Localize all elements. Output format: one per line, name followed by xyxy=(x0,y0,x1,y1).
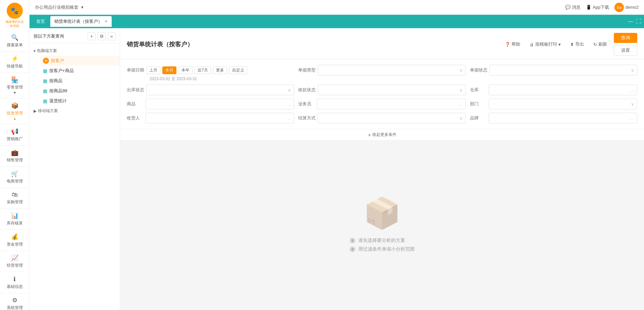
left-panel-header: 按以下方案查询 + ⚙ « xyxy=(30,28,120,43)
receipt-status-filter-cell: 收款状态 ∨ xyxy=(298,85,466,95)
date-custom[interactable]: 自定义 xyxy=(229,66,247,74)
settings-scheme-button[interactable]: ⚙ xyxy=(98,32,106,40)
scheme-by-customer[interactable]: 按 按客户 xyxy=(40,56,120,66)
settings-button[interactable]: 设置 xyxy=(614,45,637,56)
sidebar-item-sales[interactable]: 💼 销售管理 xyxy=(0,146,29,167)
query-buttons: 查询 设置 xyxy=(614,33,637,56)
scheme-grid-icon: ▦ xyxy=(43,68,47,73)
sidebar-item-search-menu[interactable]: 🔍 搜索菜单 xyxy=(0,31,29,52)
date-this-month[interactable]: 本月 xyxy=(162,66,176,74)
collapse-bar[interactable]: ∧ 收起更多条件 xyxy=(120,129,644,141)
sidebar-item-sales-label: 销售管理 xyxy=(7,157,23,163)
sidebar-item-wholesale-label: 批发管理 xyxy=(7,110,23,116)
date-last-month[interactable]: 上月 xyxy=(146,66,160,74)
scheme-by-goods[interactable]: ▦ 按商品 xyxy=(40,76,120,86)
date-filter-cell: 单据日期 上月 本月 本年 近7天 更多 自定义 xyxy=(127,66,294,74)
query-button[interactable]: 查询 xyxy=(614,33,637,43)
app-download-button[interactable]: 📱 App下载 xyxy=(586,4,609,10)
date-label: 单据日期 xyxy=(127,67,144,73)
logo[interactable]: 🐾 畅捷通好生意标准版 xyxy=(4,0,25,31)
scheme-return-stats[interactable]: ▦ 退货统计 xyxy=(40,96,120,106)
topbar: 办公用品行业模拟账套 ▾ 💬 消息 📱 App下载 Ea demo2 xyxy=(30,0,644,15)
sidebar-item-basic-info[interactable]: ℹ 基础信息 xyxy=(0,272,29,293)
date-last-7days[interactable]: 近7天 xyxy=(195,66,211,74)
logo-icon: 🐾 xyxy=(7,3,23,19)
tab-sales-stats[interactable]: 销货单统计表（按客户） ✕ xyxy=(50,16,112,27)
sidebar-item-inventory-label: 库存核算 xyxy=(7,220,23,226)
sidebar-item-wholesale[interactable]: 📦 批发管理 ▴ xyxy=(0,99,29,124)
empty-state: 📦 ① 请先选择要分析的方案 ② 用过滤条件来缩小分析范围 xyxy=(120,141,644,310)
sidebar-item-marketing[interactable]: 📢 营销推广 xyxy=(0,124,29,146)
goods-select[interactable]: … xyxy=(146,99,294,109)
add-scheme-button[interactable]: + xyxy=(88,32,96,40)
tab-close-icon[interactable]: ✕ xyxy=(104,19,108,24)
sidebar-item-quick-nav[interactable]: ⚡ 快捷导航 xyxy=(0,52,29,73)
bill-type-filter-cell: 单据类型 ∨ xyxy=(298,65,466,75)
collapse-up-icon: ∧ xyxy=(368,133,371,137)
goods-filter-cell: 商品 … xyxy=(127,99,294,109)
salesperson-select[interactable]: … xyxy=(317,99,466,109)
sidebar-item-search-menu-label: 搜索菜单 xyxy=(7,42,23,48)
sidebar-item-operations-label: 经营管理 xyxy=(7,263,23,268)
scheme-by-customer-goods[interactable]: ▦ 按客户+商品 xyxy=(40,66,120,76)
brand-select[interactable]: … xyxy=(489,113,637,123)
refresh-button[interactable]: ↻ 刷新 xyxy=(591,40,610,49)
sidebar-item-ecommerce[interactable]: 🛒 电商管理 xyxy=(0,167,29,188)
mobile-tree-expand-icon[interactable]: ▶ xyxy=(34,109,37,113)
collapse-panel-button[interactable]: « xyxy=(108,32,116,40)
sidebar-item-finance[interactable]: 💰 资金管理 xyxy=(0,230,29,251)
content-area: 按以下方案查询 + ⚙ « ▾ 电脑端方案 xyxy=(30,28,644,310)
basic-info-icon: ℹ xyxy=(13,275,16,283)
scheme-by-goods-label: 按商品 xyxy=(49,78,62,84)
receipt-status-select[interactable]: ∨ xyxy=(318,85,466,95)
help-icon: ❓ xyxy=(505,42,510,47)
consignee-select[interactable]: … xyxy=(146,113,294,123)
sidebar: 🐾 畅捷通好生意标准版 🔍 搜索菜单 ⚡ 快捷导航 🏪 零售管理 ▾ 📦 批发管… xyxy=(0,0,30,310)
tab-home[interactable]: 首页 xyxy=(32,16,49,27)
sidebar-item-inventory[interactable]: 📊 库存核算 xyxy=(0,209,29,230)
sidebar-item-quick-nav-label: 快捷导航 xyxy=(7,63,23,69)
user-menu[interactable]: Ea demo2 xyxy=(614,3,639,12)
sidebar-item-ecommerce-label: 电商管理 xyxy=(7,178,23,184)
tab-minimize-icon[interactable]: — xyxy=(628,18,633,24)
retail-arrow-icon: ▾ xyxy=(14,90,16,95)
sidebar-item-retail[interactable]: 🏪 零售管理 ▾ xyxy=(0,73,29,99)
dept-select[interactable]: ∨ xyxy=(489,99,637,109)
page-actions: ❓ 帮助 🖨 按模板打印 ▾ ⬆ 导出 ↻ 刷新 xyxy=(502,33,637,56)
date-this-year[interactable]: 本年 xyxy=(178,66,193,74)
bill-status-label: 单据状态 xyxy=(470,67,487,73)
tip-num-2: ② xyxy=(350,246,356,252)
sidebar-item-purchase[interactable]: 🛍 采购管理 xyxy=(0,188,29,209)
help-button[interactable]: ❓ 帮助 xyxy=(502,40,523,49)
bill-type-label: 单据类型 xyxy=(298,67,316,73)
goods-label: 商品 xyxy=(127,101,144,107)
app-download-label: App下载 xyxy=(593,4,609,10)
tree-expand-icon[interactable]: ▾ xyxy=(34,49,36,53)
out-status-select[interactable]: ∨ xyxy=(146,85,294,95)
message-button[interactable]: 💬 消息 xyxy=(565,4,581,10)
wholesale-icon: 📦 xyxy=(11,102,18,109)
export-button[interactable]: ⬆ 导出 xyxy=(568,40,587,49)
scheme-by-customer-label: 按客户 xyxy=(51,58,64,64)
main-area: 办公用品行业模拟账套 ▾ 💬 消息 📱 App下载 Ea demo2 首页 xyxy=(30,0,644,310)
purchase-icon: 🛍 xyxy=(12,191,18,198)
sidebar-item-marketing-label: 营销推广 xyxy=(7,136,23,142)
date-more[interactable]: 更多 xyxy=(213,66,227,74)
bill-status-select[interactable]: ∨ xyxy=(489,65,637,75)
out-status-label: 出库状态 xyxy=(127,87,144,93)
sidebar-item-system[interactable]: ⚙ 系统管理 xyxy=(0,293,29,310)
scheme-by-goods-99[interactable]: ▦ 按商品99 xyxy=(40,86,120,96)
tab-maximize-icon[interactable]: ⛶ xyxy=(636,18,641,24)
print-button[interactable]: 🖨 按模板打印 ▾ xyxy=(527,40,564,49)
warehouse-select[interactable]: … xyxy=(489,85,637,95)
workspace-label: 办公用品行业模拟账套 xyxy=(35,4,78,10)
workspace-dropdown-icon[interactable]: ▾ xyxy=(81,5,84,10)
mobile-group-text: 移动端方案 xyxy=(38,108,58,114)
filter-row-1: 单据日期 上月 本月 本年 近7天 更多 自定义 单据类型 xyxy=(127,65,637,75)
finance-icon: 💰 xyxy=(11,233,18,241)
desktop-group-label: ▾ 电脑端方案 xyxy=(30,46,120,56)
settlement-select[interactable]: ∨ xyxy=(318,113,466,123)
sidebar-item-operations[interactable]: 📈 经营管理 xyxy=(0,251,29,272)
marketing-icon: 📢 xyxy=(11,128,18,135)
bill-type-select[interactable]: ∨ xyxy=(318,65,466,75)
